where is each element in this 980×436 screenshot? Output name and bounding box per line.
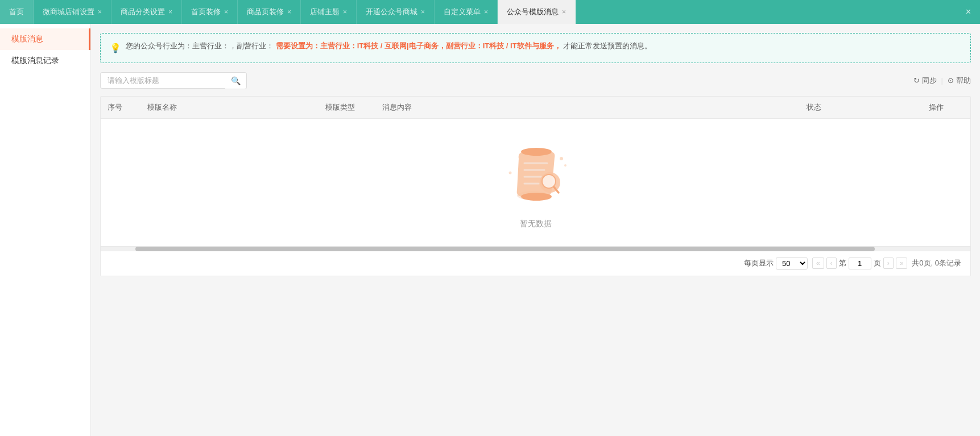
- empty-state: 暂无数据: [101, 119, 970, 246]
- per-page-select: 每页显示 102050100: [744, 257, 808, 270]
- total-info: 共0页, 0条记录: [912, 258, 961, 268]
- notice-text: 您的公众号行业为：主营行业：，副营行业： 需要设置为：主营行业：IT科技 / 互…: [126, 40, 652, 52]
- divider: |: [941, 76, 943, 85]
- nav-tab-label: 店铺主题: [310, 7, 340, 17]
- nav-tab-label: 商品分类设置: [121, 7, 165, 17]
- search-input[interactable]: [100, 72, 225, 89]
- page-first-button[interactable]: «: [812, 258, 824, 269]
- page-navigation: « ‹ 第 页 › »: [812, 258, 907, 269]
- th-content: 消息内容: [375, 97, 800, 118]
- nav-tab-label: 微商城店铺设置: [43, 7, 94, 17]
- nav-tab-home[interactable]: 首页: [0, 0, 34, 24]
- nav-tab-wshop[interactable]: 微商城店铺设置×: [34, 0, 111, 24]
- help-icon: ⊙: [948, 76, 954, 85]
- svg-point-12: [508, 171, 511, 174]
- help-button[interactable]: ⊙ 帮助: [948, 76, 971, 86]
- table-container: 序号 模版名称 模版类型 消息内容 状态 操作: [100, 96, 971, 276]
- per-page-label: 每页显示: [744, 258, 774, 268]
- search-right: ↻ 同步 | ⊙ 帮助: [913, 76, 971, 86]
- tab-close-icon[interactable]: ×: [562, 9, 566, 15]
- th-name: 模版名称: [140, 97, 319, 118]
- nav-tab-label: 公众号模版消息: [507, 7, 559, 17]
- tab-close-icon[interactable]: ×: [168, 9, 172, 15]
- sync-button[interactable]: ↻ 同步: [913, 76, 937, 86]
- notice-box: 💡 您的公众号行业为：主营行业：，副营行业： 需要设置为：主营行业：IT科技 /…: [100, 33, 971, 63]
- nav-tab-label: 自定义菜单: [444, 7, 481, 17]
- tab-close-icon[interactable]: ×: [343, 9, 347, 15]
- nav-tab-label: 开通公众号商城: [366, 7, 417, 17]
- page-prev-button[interactable]: ‹: [826, 258, 837, 269]
- nav-tab-templatemsg[interactable]: 公众号模版消息×: [498, 0, 576, 24]
- th-status: 状态: [800, 97, 902, 118]
- th-seq: 序号: [101, 97, 140, 118]
- table-header: 序号 模版名称 模版类型 消息内容 状态 操作: [101, 97, 970, 119]
- sidebar-item-template-msg[interactable]: 模版消息: [0, 28, 90, 50]
- th-action: 操作: [902, 97, 970, 118]
- per-page-dropdown[interactable]: 102050100: [776, 257, 808, 270]
- search-button[interactable]: 🔍: [225, 72, 247, 89]
- nav-tab-label: 首页装修: [191, 7, 221, 17]
- sync-icon: ↻: [913, 76, 920, 85]
- nav-tab-shoptheme[interactable]: 店铺主题×: [301, 0, 357, 24]
- page-next-button[interactable]: ›: [883, 258, 894, 269]
- nav-tab-category[interactable]: 商品分类设置×: [111, 0, 182, 24]
- nav-tab-openstore[interactable]: 开通公众号商城×: [357, 0, 435, 24]
- svg-point-11: [564, 164, 567, 167]
- nav-tab-productpage[interactable]: 商品页装修×: [238, 0, 301, 24]
- svg-point-2: [521, 193, 552, 201]
- page-label-after: 页: [874, 258, 881, 268]
- nav-tab-label: 首页: [9, 7, 24, 17]
- sidebar-item-template-msg-log[interactable]: 模版消息记录: [0, 50, 90, 72]
- search-bar: 🔍 ↻ 同步 | ⊙ 帮助: [100, 72, 971, 89]
- pagination: 每页显示 102050100 « ‹ 第 页 › » 共0页, 0条记录: [101, 251, 970, 276]
- page-label-before: 第: [839, 258, 846, 268]
- svg-point-1: [521, 148, 552, 156]
- main-content: 💡 您的公众号行业为：主营行业：，副营行业： 需要设置为：主营行业：IT科技 /…: [91, 24, 980, 436]
- nav-tab-custommenu[interactable]: 自定义菜单×: [435, 0, 498, 24]
- empty-text: 暂无数据: [520, 219, 552, 229]
- tab-close-icon[interactable]: ×: [421, 9, 425, 15]
- tab-close-icon[interactable]: ×: [98, 9, 102, 15]
- search-left: 🔍: [100, 72, 247, 89]
- svg-point-10: [560, 157, 563, 160]
- th-type: 模版类型: [319, 97, 375, 118]
- nav-tab-homepage[interactable]: 首页装修×: [182, 0, 238, 24]
- tab-close-icon[interactable]: ×: [287, 9, 291, 15]
- scrollbar-thumb: [135, 247, 875, 251]
- global-close-button[interactable]: ×: [957, 0, 980, 24]
- tab-close-icon[interactable]: ×: [484, 9, 488, 15]
- nav-tab-label: 商品页装修: [247, 7, 284, 17]
- top-navigation: 首页微商城店铺设置×商品分类设置×首页装修×商品页装修×店铺主题×开通公众号商城…: [0, 0, 980, 24]
- sidebar: 模版消息模版消息记录: [0, 24, 91, 436]
- page-last-button[interactable]: »: [896, 258, 908, 269]
- tab-close-icon[interactable]: ×: [224, 9, 228, 15]
- notice-icon: 💡: [110, 41, 121, 56]
- empty-illustration: [502, 142, 570, 210]
- main-layout: 模版消息模版消息记录 💡 您的公众号行业为：主营行业：，副营行业： 需要设置为：…: [0, 24, 980, 436]
- horizontal-scrollbar[interactable]: [101, 246, 970, 251]
- page-input[interactable]: [849, 258, 871, 269]
